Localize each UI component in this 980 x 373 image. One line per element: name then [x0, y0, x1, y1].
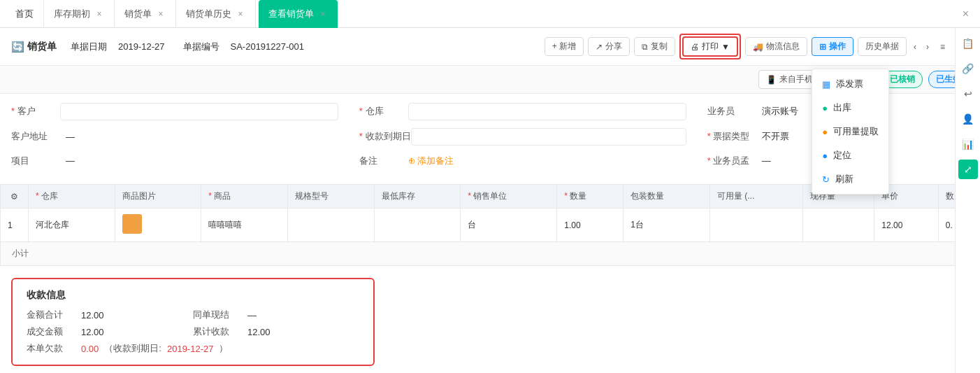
share-button[interactable]: ↗ 分享 — [588, 37, 630, 56]
col-image: 商品图片 — [115, 185, 201, 209]
same-order-label: 同单现结 — [193, 309, 242, 321]
note-label: 备注 — [359, 155, 408, 167]
tab-close-sales-history[interactable]: × — [236, 9, 245, 19]
sidebar-expand-icon[interactable]: ⤢ — [958, 160, 978, 179]
cell-min-stock — [374, 209, 461, 242]
dropdown-available-extract[interactable]: ● 可用量提取 — [812, 120, 888, 143]
cell-image — [115, 209, 201, 242]
sidebar-user-icon[interactable]: 👤 — [958, 109, 978, 129]
list-view-button[interactable]: ≡ — [936, 39, 949, 55]
outbound-icon: ● — [822, 103, 828, 113]
project-group: 项目 — — [11, 153, 338, 169]
customer-label: 客户 — [11, 105, 60, 118]
cell-spec — [287, 209, 374, 242]
date-label: 单据日期 — [71, 41, 107, 53]
tab-close-view-sales[interactable]: × — [318, 9, 328, 19]
cell-warehouse: 河北仓库 — [29, 209, 115, 242]
cell-qty: 1.00 — [557, 209, 624, 242]
tab-bar: 首页 库存期初 × 销货单 × 销货单历史 × 查看销货单 × × — [0, 0, 980, 28]
operator-label: 业务员 — [707, 105, 756, 118]
number-value: SA-20191227-001 — [231, 41, 305, 52]
dropdown-location[interactable]: ● 定位 — [812, 143, 888, 167]
window-close-button[interactable]: × — [957, 8, 974, 20]
truck-icon: 🚚 — [753, 42, 763, 52]
location-icon: ● — [822, 150, 828, 161]
cumulative-label: 累计收款 — [193, 325, 242, 338]
dropdown-refresh[interactable]: ↻ 刷新 — [812, 167, 888, 191]
sidebar-undo-icon[interactable]: ↩ — [958, 84, 978, 104]
product-image — [122, 214, 142, 234]
warehouse-input[interactable]: 河北仓库 — [408, 103, 686, 120]
dropdown-add-invoice[interactable]: ▦ 添发票 — [812, 72, 888, 96]
history-button[interactable]: 历史单据 — [858, 37, 907, 56]
table-section: ⚙ 仓库 商品图片 商品 规格型号 最低库存 销售单位 数量 包装数量 可用量 … — [0, 184, 980, 271]
prev-button[interactable]: ‹ — [911, 39, 919, 55]
total-label: 金额合计 — [27, 309, 75, 321]
owed-value: 0.00 — [81, 344, 99, 354]
payment-title: 收款信息 — [27, 289, 359, 302]
payment-date-input[interactable]: 2019-12-27 — [411, 128, 686, 146]
logistics-button[interactable]: 🚚 物流信息 — [745, 37, 807, 56]
due-value: 2019-12-27 — [167, 344, 214, 354]
deal-value: 12.00 — [81, 327, 104, 337]
operate-button[interactable]: ⊞ 操作 — [812, 37, 853, 56]
payment-grid: 金额合计 12.00 同单现结 — 成交金额 12.00 累计收款 12.00 … — [27, 309, 359, 355]
right-sidebar: 📋 🔗 ↩ 👤 📊 ⤢ — [955, 28, 980, 373]
tab-home[interactable]: 首页 — [6, 0, 44, 28]
data-table: ⚙ 仓库 商品图片 商品 规格型号 最低库存 销售单位 数量 包装数量 可用量 … — [0, 184, 980, 266]
payment-date-group: 收款到期日 2019-12-27 — [359, 128, 686, 146]
total-value: 12.00 — [81, 310, 104, 321]
sidebar-doc-icon[interactable]: 📋 — [958, 34, 978, 53]
print-dropdown-arrow: ▼ — [721, 42, 730, 52]
cell-index: 1 — [1, 209, 29, 242]
col-settings[interactable]: ⚙ — [1, 185, 29, 209]
due-label: （收款到期日: — [104, 342, 161, 355]
warehouse-group: 仓库 河北仓库 — [359, 103, 686, 120]
due-end: ） — [219, 342, 268, 355]
col-product: 商品 — [201, 185, 288, 209]
col-pkg-qty: 包装数量 — [624, 185, 710, 209]
cell-current-stock — [803, 209, 874, 242]
refresh-icon: ↻ — [822, 174, 830, 185]
project-label: 项目 — [11, 155, 60, 167]
operate-dropdown-menu: ▦ 添发票 ● 出库 ● 可用量提取 ● 定位 ↻ 刷新 — [812, 69, 889, 195]
same-order-row: 同单现结 — — [193, 309, 359, 321]
dropdown-outbound[interactable]: ● 出库 — [812, 96, 888, 120]
cell-price: 12.00 — [874, 209, 938, 242]
number-label: 单据编号 — [183, 41, 219, 53]
tab-view-sales[interactable]: 查看销货单 × — [259, 0, 338, 28]
deal-label: 成交金额 — [27, 325, 75, 338]
tab-inventory[interactable]: 库存期初 × — [44, 0, 115, 28]
next-button[interactable]: › — [923, 39, 932, 55]
doc-icon: 🔄 — [11, 41, 24, 53]
cumulative-row: 累计收款 12.00 — [193, 325, 359, 338]
subtotal-label: 小计 — [1, 242, 980, 266]
warehouse-label: 仓库 — [359, 105, 408, 118]
sidebar-link-icon[interactable]: 🔗 — [958, 59, 978, 78]
tab-sales-history[interactable]: 销货单历史 × — [176, 0, 256, 28]
print-highlight: 🖨 打印 ▼ — [679, 34, 741, 59]
deal-row: 成交金额 12.00 — [27, 325, 193, 338]
tab-close-inventory[interactable]: × — [94, 9, 104, 19]
copy-icon: ⧉ — [642, 42, 648, 52]
cell-unit: 台 — [461, 209, 557, 242]
doc-actions: + 新增 ↗ 分享 ⧉ 复制 🖨 打印 ▼ 🚚 物流信息 ⊞ — [545, 34, 969, 59]
subtotal-row: 小计 — [1, 242, 980, 266]
customer-input[interactable]: 柳州粤港平安气体有限公司 — [60, 103, 338, 120]
add-invoice-icon: ▦ — [822, 79, 830, 90]
col-unit: 销售单位 — [461, 185, 557, 209]
operator-value: 演示账号 — [756, 102, 804, 120]
salesperson-label: 业务员孟 — [707, 155, 756, 167]
new-button[interactable]: + 新增 — [545, 37, 584, 56]
tab-close-sales[interactable]: × — [156, 9, 166, 19]
table-row: 1 河北仓库 嘻嘻嘻嘻 台 1.00 1台 12.00 0. — [1, 209, 980, 242]
copy-button[interactable]: ⧉ 复制 — [634, 37, 675, 56]
print-icon: 🖨 — [691, 42, 699, 52]
grid-icon: ⊞ — [819, 42, 826, 52]
print-button[interactable]: 🖨 打印 ▼ — [682, 36, 738, 57]
add-note-button[interactable]: ⊕ 添加备注 — [408, 155, 454, 167]
payment-date-label: 收款到期日 — [359, 130, 411, 143]
tab-sales[interactable]: 销货单 × — [115, 0, 176, 28]
sidebar-chart-icon[interactable]: 📊 — [958, 134, 978, 154]
cell-product: 嘻嘻嘻嘻 — [201, 209, 288, 242]
